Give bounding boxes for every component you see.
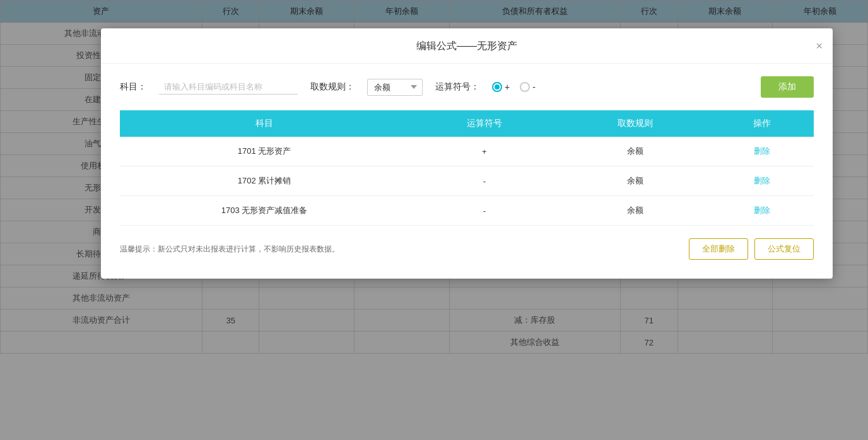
radio-minus-label: -: [532, 82, 536, 92]
modal-close-button[interactable]: ×: [816, 40, 823, 52]
modal-footer: 温馨提示：新公式只对未出报表进行计算，不影响历史报表数据。 全部删除 公式复位: [101, 238, 833, 260]
cell-rule: 余额: [560, 137, 711, 166]
delete-row-button[interactable]: 删除: [754, 206, 770, 215]
subject-input[interactable]: [159, 79, 298, 95]
cell-action: 删除: [711, 137, 814, 166]
th-operator: 运算符号: [409, 110, 560, 137]
th-subject: 科目: [120, 110, 409, 137]
cell-operator: -: [409, 166, 560, 196]
cell-action: 删除: [711, 166, 814, 196]
rule-label: 取数规则：: [310, 81, 355, 93]
cell-subject: 1701 无形资产: [120, 137, 409, 166]
cell-rule: 余额: [560, 166, 711, 196]
formula-table: 科目 运算符号 取数规则 操作 1701 无形资产+余额删除1702 累计摊销-…: [120, 110, 814, 226]
radio-minus[interactable]: -: [520, 82, 536, 92]
cell-rule: 余额: [560, 196, 711, 226]
rule-select-wrapper: 余额 借方 贷方 借方累计 贷方累计: [367, 79, 423, 96]
add-button[interactable]: 添加: [761, 76, 814, 98]
footer-tip: 温馨提示：新公式只对未出报表进行计算，不影响历史报表数据。: [120, 244, 339, 255]
table-row: 1702 累计摊销-余额删除: [120, 166, 814, 196]
table-header-row: 科目 运算符号 取数规则 操作: [120, 110, 814, 137]
delete-all-button[interactable]: 全部删除: [689, 238, 748, 260]
th-action: 操作: [711, 110, 814, 137]
reset-formula-button[interactable]: 公式复位: [754, 238, 814, 260]
th-rule: 取数规则: [560, 110, 711, 137]
radio-plus-circle: [492, 82, 502, 92]
operator-label: 运算符号：: [435, 81, 479, 93]
cell-operator: +: [409, 137, 560, 166]
rule-select[interactable]: 余额 借方 贷方 借方累计 贷方累计: [367, 79, 423, 96]
subject-label: 科目：: [120, 81, 146, 93]
footer-buttons: 全部删除 公式复位: [689, 238, 814, 260]
table-row: 1703 无形资产减值准备-余额删除: [120, 196, 814, 226]
edit-formula-modal: 编辑公式——无形资产 × 科目： 取数规则： 余额 借方 贷方 借方累计 贷方累…: [101, 28, 833, 279]
delete-row-button[interactable]: 删除: [754, 176, 770, 185]
table-row: 1701 无形资产+余额删除: [120, 137, 814, 166]
cell-subject: 1702 累计摊销: [120, 166, 409, 196]
modal-title: 编辑公式——无形资产: [416, 40, 517, 53]
radio-minus-circle: [520, 82, 530, 92]
formula-table-wrapper: 科目 运算符号 取数规则 操作 1701 无形资产+余额删除1702 累计摊销-…: [101, 110, 833, 226]
cell-action: 删除: [711, 196, 814, 226]
modal-header: 编辑公式——无形资产 ×: [101, 28, 833, 64]
delete-row-button[interactable]: 删除: [754, 146, 770, 156]
cell-operator: -: [409, 196, 560, 226]
formula-form: 科目： 取数规则： 余额 借方 贷方 借方累计 贷方累计 运算符号： + - 添…: [101, 64, 833, 110]
cell-subject: 1703 无形资产减值准备: [120, 196, 409, 226]
operator-radio-group: + -: [492, 82, 536, 92]
radio-plus-label: +: [505, 82, 510, 92]
radio-plus[interactable]: +: [492, 82, 510, 92]
